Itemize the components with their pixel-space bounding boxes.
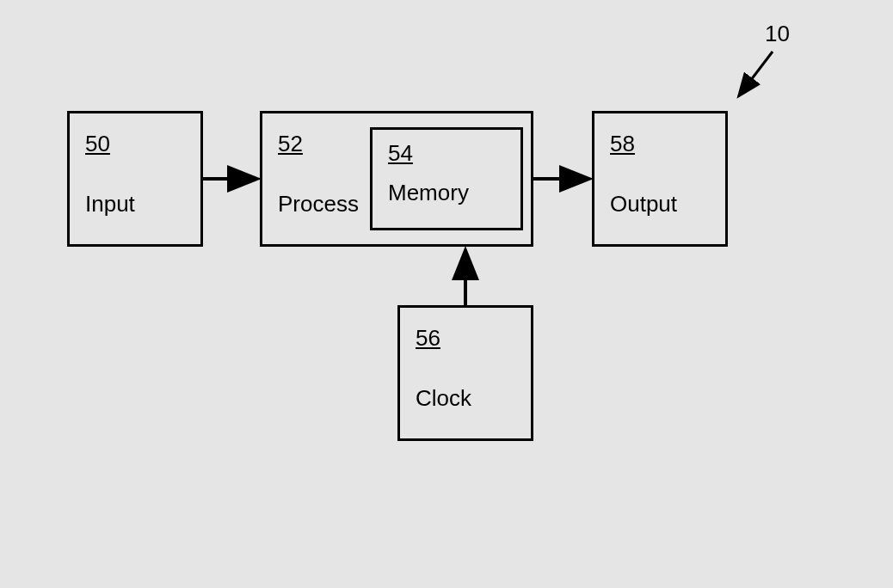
memory-block: 54 Memory <box>370 127 523 230</box>
process-ref-num: 52 <box>278 131 303 157</box>
memory-ref-num: 54 <box>388 140 413 167</box>
process-label: Process <box>278 191 359 217</box>
memory-label: Memory <box>388 180 469 206</box>
output-block: 58 Output <box>592 111 728 247</box>
output-label: Output <box>610 191 677 217</box>
clock-block: 56 Clock <box>397 305 533 441</box>
input-label: Input <box>85 191 135 217</box>
arrows-layer <box>0 0 893 588</box>
input-ref-num: 50 <box>85 131 110 157</box>
output-ref-num: 58 <box>610 131 635 157</box>
clock-ref-num: 56 <box>416 325 440 352</box>
clock-label: Clock <box>416 385 471 412</box>
arrow-figure-ref <box>740 52 773 95</box>
input-block: 50 Input <box>67 111 203 247</box>
figure-reference: 10 <box>765 21 790 47</box>
